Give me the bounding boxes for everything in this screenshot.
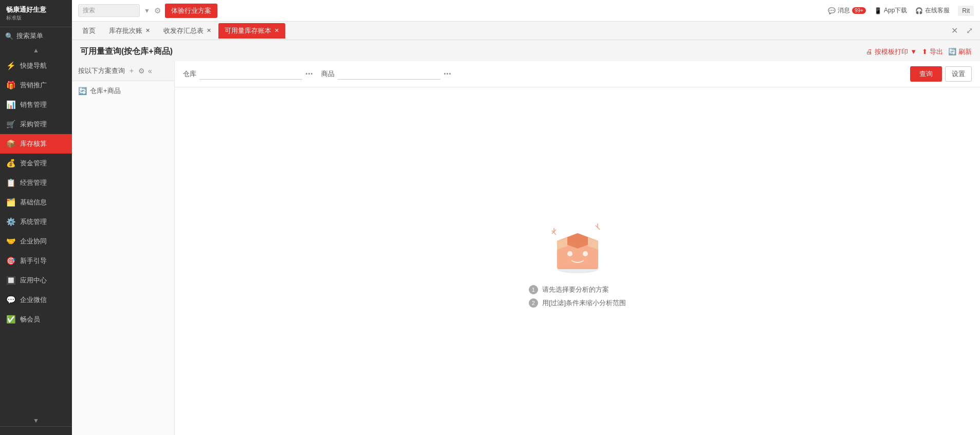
sidebar-item-inventory[interactable]: 📦库存核算 bbox=[0, 134, 72, 154]
msg-icon: 💬 bbox=[828, 7, 836, 14]
goods-more-btn[interactable]: ··· bbox=[443, 69, 451, 80]
goods-input[interactable] bbox=[338, 68, 440, 80]
app-label: App下载 bbox=[884, 6, 907, 15]
search-icon: 🔍 bbox=[5, 32, 13, 40]
sidebar-item-wechat[interactable]: 💬企业微信 bbox=[0, 290, 72, 310]
operation-icon: 📋 bbox=[6, 178, 16, 187]
sidebar-item-enterprise[interactable]: 🤝企业协同 bbox=[0, 232, 72, 251]
empty-illustration bbox=[547, 215, 608, 277]
app-center-label: 应用中心 bbox=[20, 276, 47, 285]
sidebar-item-finance[interactable]: 💰资金管理 bbox=[0, 154, 72, 173]
warehouse-input[interactable] bbox=[199, 68, 302, 80]
topbar-app[interactable]: 📱 App下载 bbox=[874, 6, 907, 15]
tab-close-recv-summary[interactable]: ✕ bbox=[207, 27, 211, 34]
sidebar-item-sales[interactable]: 📊销售管理 bbox=[0, 95, 72, 115]
close-tab-btn[interactable]: ✕ bbox=[948, 25, 961, 36]
finance-icon: 💰 bbox=[6, 159, 16, 168]
add-scheme-btn[interactable]: ＋ bbox=[128, 66, 135, 75]
logo-sub: 标准版 bbox=[6, 14, 66, 22]
refresh-action[interactable]: 🔄 刷新 bbox=[948, 47, 972, 56]
tip-num-2: 2 bbox=[529, 298, 538, 308]
sidebar-item-member[interactable]: ✅畅会员 bbox=[0, 310, 72, 329]
guide-label: 新手引导 bbox=[20, 256, 47, 266]
member-label: 畅会员 bbox=[20, 315, 40, 324]
tip-num-1: 1 bbox=[529, 285, 538, 294]
purchase-icon: 🛒 bbox=[6, 120, 16, 129]
topbar-msg[interactable]: 💬 消息 99+ bbox=[828, 6, 866, 15]
filter-actions: 查询 设置 bbox=[910, 66, 972, 82]
tab-label-recv-summary: 收发存汇总表 bbox=[163, 26, 204, 35]
sidebar-nav: ⚡快捷导航🎁营销推广📊销售管理🛒采购管理📦库存核算💰资金管理📋经营管理🗂️基础信… bbox=[0, 56, 72, 415]
print-action[interactable]: 🖨 按模板打印 ▼ bbox=[866, 47, 917, 56]
sidebar-scroll-down[interactable]: ▼ bbox=[0, 415, 72, 426]
tab-available-ledger[interactable]: 可用量库存账本✕ bbox=[218, 23, 285, 39]
sidebar-item-guide[interactable]: 🎯新手引导 bbox=[0, 251, 72, 271]
tab-close-batch-ledger[interactable]: ✕ bbox=[145, 27, 150, 34]
topbar-chevron-icon[interactable]: ▼ bbox=[144, 7, 150, 14]
export-action[interactable]: ⬆ 导出 bbox=[922, 47, 943, 56]
empty-tip-2: 2 用[过滤]条件来缩小分析范围 bbox=[529, 298, 626, 308]
app-center-icon: 🔲 bbox=[6, 276, 16, 285]
print-label: 按模板打印 bbox=[875, 47, 908, 56]
refresh-label: 刷新 bbox=[958, 47, 972, 56]
sidebar-search[interactable]: 🔍 搜索菜单 bbox=[0, 27, 72, 45]
service-label: 在线客服 bbox=[925, 6, 950, 15]
logo-title: 畅康通好生意 bbox=[6, 5, 66, 14]
settings-scheme-btn[interactable]: ⚙ bbox=[138, 67, 145, 75]
sidebar-item-app-center[interactable]: 🔲应用中心 bbox=[0, 271, 72, 290]
tab-batch-ledger[interactable]: 库存批次账✕ bbox=[103, 23, 156, 39]
finance-label: 资金管理 bbox=[20, 159, 47, 168]
sidebar-item-purchase[interactable]: 🛒采购管理 bbox=[0, 115, 72, 134]
operation-label: 经营管理 bbox=[20, 178, 47, 187]
industry-btn[interactable]: 体验行业方案 bbox=[165, 4, 217, 18]
sidebar: 畅康通好生意 标准版 🔍 搜索菜单 ▲ ⚡快捷导航🎁营销推广📊销售管理🛒采购管理… bbox=[0, 0, 72, 435]
main-area: 搜索 ▼ ⚙ 体验行业方案 💬 消息 99+ 📱 App下载 🎧 在线客服 Ri… bbox=[72, 0, 980, 435]
scheme-item[interactable]: 🔄 仓库+商品 bbox=[72, 81, 174, 101]
tab-home[interactable]: 首页 bbox=[76, 23, 102, 39]
refresh-icon: 🔄 bbox=[948, 48, 956, 55]
query-btn[interactable]: 查询 bbox=[910, 66, 942, 82]
expand-tab-btn[interactable]: ⤢ bbox=[963, 25, 976, 36]
sidebar-search-label: 搜索菜单 bbox=[16, 31, 43, 41]
quick-nav-label: 快捷导航 bbox=[20, 61, 47, 70]
tab-label-available-ledger: 可用量库存账本 bbox=[225, 26, 271, 35]
sidebar-item-system[interactable]: ⚙️系统管理 bbox=[0, 212, 72, 232]
purchase-label: 采购管理 bbox=[20, 120, 47, 129]
collapse-scheme-btn[interactable]: « bbox=[148, 67, 152, 75]
tab-label-batch-ledger: 库存批次账 bbox=[109, 26, 142, 35]
page-actions: 🖨 按模板打印 ▼ ⬆ 导出 🔄 刷新 bbox=[866, 47, 972, 56]
sidebar-item-operation[interactable]: 📋经营管理 bbox=[0, 173, 72, 193]
quick-nav-icon: ⚡ bbox=[6, 61, 16, 70]
sidebar-scroll-up[interactable]: ▲ bbox=[0, 45, 72, 56]
goods-filter-group: 商品 ··· bbox=[321, 68, 451, 80]
marketing-icon: 🎁 bbox=[6, 81, 16, 90]
topbar-gear-icon[interactable]: ⚙ bbox=[154, 6, 161, 15]
tab-close-available-ledger[interactable]: ✕ bbox=[274, 27, 279, 34]
sales-label: 销售管理 bbox=[20, 100, 47, 109]
msg-label: 消息 bbox=[838, 6, 850, 15]
topbar-search-box[interactable]: 搜索 bbox=[78, 4, 140, 17]
warehouse-more-btn[interactable]: ··· bbox=[305, 69, 313, 80]
left-panel: 按以下方案查询 ＋ ⚙ « 🔄 仓库+商品 bbox=[72, 61, 175, 435]
enterprise-label: 企业协同 bbox=[20, 237, 47, 246]
topbar: 搜索 ▼ ⚙ 体验行业方案 💬 消息 99+ 📱 App下载 🎧 在线客服 Ri… bbox=[72, 0, 980, 22]
sidebar-item-quick-nav[interactable]: ⚡快捷导航 bbox=[0, 56, 72, 75]
sidebar-item-marketing[interactable]: 🎁营销推广 bbox=[0, 75, 72, 95]
empty-svg bbox=[547, 215, 608, 277]
sidebar-item-basic-info[interactable]: 🗂️基础信息 bbox=[0, 193, 72, 212]
empty-tip-1: 1 请先选择要分析的方案 bbox=[529, 285, 626, 294]
scheme-header: 按以下方案查询 ＋ ⚙ « bbox=[72, 61, 174, 81]
export-label: 导出 bbox=[930, 47, 943, 56]
service-icon: 🎧 bbox=[915, 7, 923, 14]
tab-recv-summary[interactable]: 收发存汇总表✕ bbox=[157, 23, 217, 39]
topbar-user[interactable]: Rit bbox=[958, 6, 974, 16]
print-chevron-icon[interactable]: ▼ bbox=[910, 48, 917, 55]
settings-btn[interactable]: 设置 bbox=[945, 66, 972, 82]
inventory-icon: 📦 bbox=[6, 139, 16, 148]
topbar-service[interactable]: 🎧 在线客服 bbox=[915, 6, 950, 15]
print-icon: 🖨 bbox=[866, 48, 873, 55]
guide-icon: 🎯 bbox=[6, 256, 16, 266]
enterprise-icon: 🤝 bbox=[6, 237, 16, 246]
system-icon: ⚙️ bbox=[6, 217, 16, 226]
scheme-item-label: 仓库+商品 bbox=[90, 86, 121, 96]
